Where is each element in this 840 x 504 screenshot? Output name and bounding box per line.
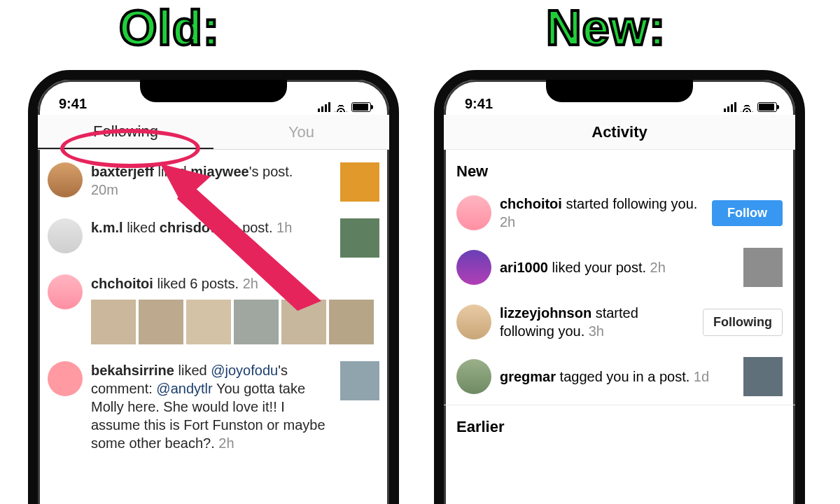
avatar[interactable]: [48, 218, 83, 253]
wifi-icon: [741, 102, 753, 112]
notch-icon: [140, 78, 287, 102]
following-feed[interactable]: baxterjeff liked miaywee's post. 20m k.m…: [38, 150, 389, 465]
activity-text: lizzeyjohnson started following you. 3h: [500, 304, 694, 340]
post-thumbnail[interactable]: [329, 300, 374, 344]
avatar[interactable]: [456, 250, 491, 285]
post-thumbnail[interactable]: [743, 357, 783, 396]
activity-row[interactable]: baxterjeff liked miaywee's post. 20m: [48, 154, 379, 210]
phone-new: 9:41 Activity New chchoitoi started foll…: [434, 70, 805, 504]
avatar[interactable]: [48, 274, 83, 309]
post-thumbnail[interactable]: [340, 218, 379, 258]
activity-text: chchoitoi liked 6 posts. 2h: [91, 274, 379, 344]
battery-icon: [351, 102, 371, 112]
post-thumbnail[interactable]: [743, 248, 783, 287]
phone-old: 9:41 Following You baxterjeff liked miay…: [28, 70, 399, 504]
activity-row[interactable]: bekahsirrine liked @joyofodu's comment: …: [48, 353, 379, 461]
activity-feed[interactable]: chchoitoi started following you. 2h Foll…: [444, 186, 795, 405]
activity-text: baxterjeff liked miaywee's post. 20m: [91, 162, 332, 199]
status-time: 9:41: [465, 96, 493, 112]
activity-row[interactable]: lizzeyjohnson started following you. 3h …: [444, 295, 795, 349]
post-thumbnail[interactable]: [139, 300, 183, 344]
activity-row[interactable]: ari1000 liked your post. 2h: [444, 239, 795, 295]
following-button[interactable]: Following: [703, 309, 783, 336]
status-time: 9:41: [59, 96, 87, 112]
battery-icon: [757, 102, 777, 112]
activity-text: k.m.l liked chrisdows's post. 1h: [91, 218, 332, 237]
activity-row[interactable]: chchoitoi started following you. 2h Foll…: [444, 186, 795, 239]
avatar[interactable]: [456, 359, 491, 394]
avatar[interactable]: [456, 195, 491, 230]
section-header-earlier: Earlier: [444, 405, 795, 442]
post-thumbnail[interactable]: [234, 300, 279, 344]
activity-text: bekahsirrine liked @joyofodu's comment: …: [91, 361, 332, 452]
avatar[interactable]: [456, 304, 491, 340]
activity-text: gregmar tagged you in a post. 1d: [500, 368, 735, 386]
avatar[interactable]: [48, 162, 83, 197]
activity-tabs: Following You: [38, 115, 389, 150]
signal-icon: [318, 102, 330, 112]
activity-row[interactable]: k.m.l liked chrisdows's post. 1h: [48, 210, 379, 266]
tab-you[interactable]: You: [214, 115, 389, 149]
wifi-icon: [335, 102, 347, 112]
activity-title: Activity: [444, 115, 795, 150]
label-old: Old:: [119, 0, 220, 56]
activity-text: ari1000 liked your post. 2h: [500, 258, 735, 276]
post-thumbnail[interactable]: [281, 300, 326, 344]
follow-button[interactable]: Follow: [712, 200, 783, 226]
activity-text: chchoitoi started following you. 2h: [500, 195, 704, 231]
post-thumbnail-row: [91, 300, 379, 344]
section-header-new: New: [444, 150, 795, 186]
signal-icon: [724, 102, 736, 112]
post-thumbnail[interactable]: [91, 300, 136, 344]
tab-following[interactable]: Following: [38, 115, 214, 149]
notch-icon: [546, 78, 693, 102]
activity-row[interactable]: gregmar tagged you in a post. 1d: [444, 349, 795, 405]
post-thumbnail[interactable]: [340, 162, 379, 202]
avatar[interactable]: [48, 361, 83, 396]
post-thumbnail[interactable]: [340, 361, 379, 400]
post-thumbnail[interactable]: [186, 300, 231, 344]
activity-row[interactable]: chchoitoi liked 6 posts. 2h: [48, 266, 379, 353]
label-new: New:: [546, 0, 666, 56]
